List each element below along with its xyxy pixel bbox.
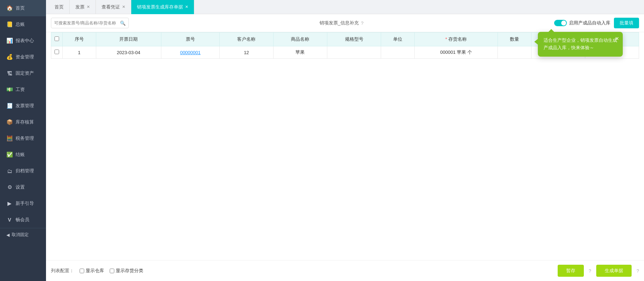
row-date: 2023-03-04	[96, 46, 161, 59]
batch-fill-button[interactable]: 批量填	[614, 18, 639, 28]
member-icon: V	[6, 217, 13, 223]
tab-cancel-invoice[interactable]: 销项发票生成库存单据 ✕	[131, 0, 194, 14]
row-product: 苹果	[273, 46, 327, 59]
tooltip-popup: ✕ 适合生产型企业，销项发票自动生成产成品入库，快来体验～	[538, 32, 623, 57]
sidebar-item-label: 总账	[16, 21, 25, 28]
save-button[interactable]: 暂存	[558, 265, 584, 277]
generate-info-icon[interactable]: ?	[637, 268, 639, 274]
header-checkbox-cell	[51, 33, 63, 46]
tooltip-arrow	[534, 39, 538, 45]
sidebar-item-label: 结账	[16, 151, 25, 158]
main-area: 首页 发票 ✕ 查看凭证 ✕ 销项发票生成库存单据 ✕ 🔍 销项发票_信息补充 …	[46, 0, 644, 281]
tab-cancel-invoice-label: 销项发票生成库存单据	[137, 4, 183, 10]
tab-invoice-label: 发票	[75, 4, 85, 10]
ledger-icon: 📒	[6, 21, 13, 28]
sidebar-item-label: 首页	[16, 5, 25, 11]
invoice-icon: 🧾	[6, 103, 13, 109]
sidebar-item-inventory[interactable]: 📦 库存核算	[0, 114, 46, 130]
show-inventory-category-checkbox[interactable]	[110, 269, 114, 273]
sidebar-item-label: 固定资产	[16, 70, 34, 76]
row-checkbox-cell	[51, 46, 63, 59]
pin-icon: ◀	[6, 233, 10, 237]
tab-invoice[interactable]: 发票 ✕	[70, 0, 96, 14]
row-unit	[381, 46, 415, 59]
sidebar-item-label: 报表中心	[16, 38, 34, 44]
save-info-icon[interactable]: ?	[589, 268, 591, 274]
header-seq: 序号	[63, 33, 96, 46]
search-icon: 🔍	[120, 21, 126, 26]
tab-home[interactable]: 首页	[49, 0, 70, 14]
sidebar-item-label: 库存核算	[16, 119, 34, 125]
sidebar-item-label: 税务管理	[16, 135, 34, 142]
toggle-area: 启用产成品自动入库	[554, 20, 610, 26]
tab-view-voucher[interactable]: 查看凭证 ✕	[96, 0, 131, 14]
tabbar: 首页 发票 ✕ 查看凭证 ✕ 销项发票生成库存单据 ✕	[46, 0, 644, 14]
sidebar-item-home[interactable]: 🏠 首页	[0, 0, 46, 16]
info-icon[interactable]: ?	[361, 21, 363, 26]
sidebar-item-label: 资金管理	[16, 54, 34, 60]
tab-view-voucher-close[interactable]: ✕	[122, 5, 125, 9]
fund-icon: 💰	[6, 54, 13, 60]
archive-icon: 🗂	[6, 168, 13, 174]
show-warehouse-checkbox[interactable]	[80, 269, 84, 273]
row-inventory: 000001 苹果 个	[414, 46, 498, 59]
header-customer: 客户名称	[219, 33, 273, 46]
select-all-checkbox[interactable]	[54, 36, 59, 41]
pin-button[interactable]: ◀ 取消固定	[0, 228, 46, 241]
header-unit: 单位	[381, 33, 415, 46]
settlement-icon: ✅	[6, 151, 13, 158]
row-quantity	[498, 46, 531, 59]
row-checkbox[interactable]	[54, 50, 59, 54]
row-spec	[327, 46, 381, 59]
sidebar-item-label: 设置	[16, 184, 25, 190]
header-date: 开票日期	[96, 33, 161, 46]
sidebar-item-settings[interactable]: ⚙ 设置	[0, 179, 46, 195]
tooltip-text: 适合生产型企业，销项发票自动生成产成品入库，快来体验～	[544, 38, 617, 50]
sidebar-item-payroll[interactable]: 💵 工资	[0, 81, 46, 98]
sidebar-item-label: 畅会员	[16, 217, 29, 223]
sidebar-item-fund-management[interactable]: 💰 资金管理	[0, 49, 46, 65]
show-inventory-category-text: 显示存货分类	[116, 268, 143, 274]
sidebar-item-tax-management[interactable]: 🧮 税务管理	[0, 130, 46, 147]
toolbar-center: 销项发票_信息补充 ?	[132, 20, 551, 26]
header-inventory: 存货名称	[414, 33, 498, 46]
header-number: 票号	[161, 33, 219, 46]
sidebar-item-new-guide[interactable]: ▶ 新手引导	[0, 195, 46, 212]
settings-icon: ⚙	[6, 184, 13, 190]
sidebar-item-member[interactable]: V 畅会员	[0, 212, 46, 228]
header-spec: 规格型号	[327, 33, 381, 46]
toolbar: 🔍 销项发票_信息补充 ? 启用产成品自动入库 批量填 ✕ 适合生产型企业，销项…	[46, 14, 644, 32]
show-warehouse-text: 显示仓库	[86, 268, 104, 274]
inventory-icon: 📦	[6, 119, 13, 125]
header-quantity: 数量	[498, 33, 531, 46]
row-customer: 12	[219, 46, 273, 59]
tab-invoice-close[interactable]: ✕	[87, 5, 90, 9]
home-icon: 🏠	[6, 5, 13, 11]
tooltip-close-button[interactable]: ✕	[615, 35, 619, 42]
sidebar-item-invoice-management[interactable]: 🧾 发票管理	[0, 98, 46, 114]
search-box[interactable]: 🔍	[51, 18, 129, 28]
show-inventory-category-label[interactable]: 显示存货分类	[110, 268, 143, 274]
search-input[interactable]	[54, 21, 120, 25]
sidebar-item-report-center[interactable]: 📊 报表中心	[0, 33, 46, 49]
sidebar: 🏠 首页 📒 总账 📊 报表中心 💰 资金管理 🏗 固定资产 💵 工资 🧾 发票…	[0, 0, 46, 281]
sidebar-item-label: 工资	[16, 86, 25, 93]
sidebar-item-label: 归档管理	[16, 168, 34, 174]
payroll-icon: 💵	[6, 86, 13, 93]
tax-icon: 🧮	[6, 135, 13, 142]
sidebar-item-general-ledger[interactable]: 📒 总账	[0, 16, 46, 33]
toggle-switch[interactable]	[554, 20, 567, 26]
table-container: 序号 开票日期 票号 客户名称 商品名称 规格型号 单位 存货名称 数量 销售单…	[46, 32, 644, 260]
show-warehouse-label[interactable]: 显示仓库	[80, 268, 104, 274]
guide-icon: ▶	[6, 200, 13, 207]
sidebar-item-settlement[interactable]: ✅ 结账	[0, 147, 46, 163]
generate-button[interactable]: 生成单据	[596, 265, 632, 277]
row-number[interactable]: 00000001	[161, 46, 219, 59]
assets-icon: 🏗	[6, 70, 13, 76]
sidebar-item-label: 新手引导	[16, 200, 34, 207]
sidebar-item-archive-management[interactable]: 🗂 归档管理	[0, 163, 46, 179]
bottombar: 列表配置： 显示仓库 显示存货分类 暂存 ? 生成单据 ?	[46, 260, 644, 281]
content-area: 🔍 销项发票_信息补充 ? 启用产成品自动入库 批量填 ✕ 适合生产型企业，销项…	[46, 14, 644, 281]
sidebar-item-fixed-assets[interactable]: 🏗 固定资产	[0, 65, 46, 81]
tab-cancel-invoice-close[interactable]: ✕	[185, 5, 188, 9]
